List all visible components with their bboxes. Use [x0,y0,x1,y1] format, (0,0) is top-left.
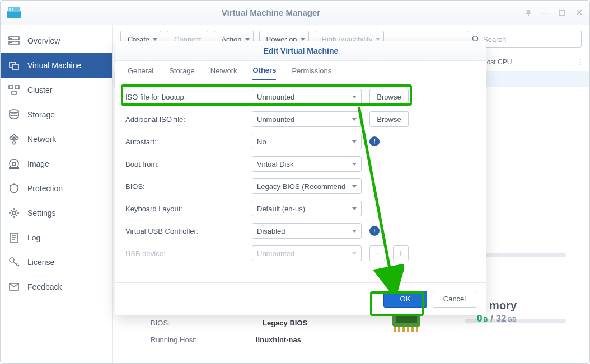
sidebar-item-overview[interactable]: Overview [1,29,112,53]
svg-rect-10 [12,64,18,69]
tab-others[interactable]: Others [252,62,276,80]
tab-permissions[interactable]: Permissions [292,62,331,79]
close-icon[interactable]: ✕ [570,4,587,21]
label-autostart: Autostart: [125,138,244,146]
select-iso-bootup[interactable]: Unmounted [252,89,362,105]
svg-point-20 [10,258,14,262]
column-host-cpu[interactable]: Host CPU [482,58,566,66]
overview-icon [8,35,20,46]
select-usb-device: Unmounted [252,245,362,261]
chevron-down-icon [352,118,357,121]
ok-button[interactable]: OK [383,291,427,308]
info-icon[interactable]: i [369,136,380,146]
detail-panel: BIOS:Legacy BIOS Running Host:linuxhint-… [151,314,307,348]
dialog-tabs: General Storage Network Others Permissio… [115,61,486,81]
sidebar-item-label: Storage [27,110,55,119]
dialog-title: Edit Virtual Machine [115,41,486,61]
maximize-icon[interactable] [554,4,570,21]
label-iso-additional: Additional ISO file: [125,115,244,124]
log-icon [8,232,20,243]
label-boot-from: Boot from: [125,160,244,168]
svg-point-14 [10,110,18,113]
cluster-icon [8,84,20,96]
detail-host-label: Running Host: [151,335,212,344]
sidebar: Overview Virtual Machine Cluster Storage… [1,25,113,363]
sidebar-item-settings[interactable]: Settings [1,201,112,225]
info-icon[interactable]: i [369,226,380,236]
chevron-down-icon [352,252,357,255]
select-boot-from[interactable]: Virtual Disk [252,156,362,172]
sidebar-item-storage[interactable]: Storage [1,102,112,127]
select-iso-additional[interactable]: Unmounted [252,111,362,127]
select-usb-controller[interactable]: Disabled [252,223,362,239]
sidebar-item-label: Cluster [27,86,52,94]
svg-rect-29 [411,327,414,332]
browse-iso-bootup[interactable]: Browse [369,89,409,105]
sidebar-item-virtual-machine[interactable]: Virtual Machine [1,53,112,78]
svg-rect-27 [402,327,405,332]
svg-rect-4 [559,10,565,16]
chevron-down-icon [352,207,357,210]
detail-bios-label: BIOS: [151,319,212,327]
titlebar: Virtual Machine Manager — ✕ [1,1,589,25]
image-icon [8,158,20,169]
storage-icon [8,109,20,120]
caret-icon [376,38,380,41]
chevron-down-icon [352,230,357,233]
chevron-down-icon [352,185,357,188]
app-window: Virtual Machine Manager — ✕ Overview Vir… [0,0,590,364]
sidebar-item-label: Image [27,159,49,168]
svg-rect-2 [9,8,11,11]
label-usb-device: USB device: [125,249,244,258]
svg-rect-3 [12,8,13,11]
sidebar-item-license[interactable]: License [1,250,112,275]
browse-iso-additional[interactable]: Browse [369,111,409,127]
caret-icon [153,38,157,41]
svg-rect-7 [10,38,12,39]
svg-rect-17 [9,167,19,169]
sidebar-item-label: Settings [27,209,56,218]
chevron-down-icon [352,96,357,98]
memory-partial-label: mory [489,299,517,312]
svg-point-16 [12,162,16,166]
dialog-form: ISO file for bootup: Unmounted Browse Ad… [115,81,486,282]
svg-rect-28 [407,327,409,332]
caret-icon [301,38,305,41]
envelope-icon [8,281,20,292]
select-autostart[interactable]: No [252,134,362,149]
network-icon [8,134,20,145]
sidebar-item-label: Feedback [27,282,62,291]
select-bios[interactable]: Legacy BIOS (Recommended) [252,178,362,194]
svg-rect-25 [394,327,396,332]
plus-button: + [393,245,409,261]
tab-general[interactable]: General [128,62,153,79]
dialog-footer: OK Cancel [115,282,486,315]
column-menu-icon[interactable]: ⋮ [577,58,584,66]
cell-host-cpu: - [492,75,576,83]
sidebar-item-image[interactable]: Image [1,152,112,176]
tab-network[interactable]: Network [210,62,237,79]
tab-storage[interactable]: Storage [169,62,195,79]
search-placeholder: Search [483,35,506,44]
gear-icon [8,207,20,219]
cancel-button[interactable]: Cancel [433,291,476,308]
sidebar-item-cluster[interactable]: Cluster [1,78,112,102]
chevron-down-icon [352,140,357,143]
minus-button: − [369,245,385,261]
minimize-icon[interactable]: — [537,4,554,21]
app-icon [6,7,22,19]
sidebar-item-label: Protection [27,184,63,193]
sidebar-item-label: Overview [27,36,60,45]
svg-rect-12 [15,86,19,89]
sidebar-item-network[interactable]: Network [1,127,112,152]
protection-icon [8,183,20,194]
detail-host-value: linuxhint-nas [256,335,301,344]
sidebar-item-log[interactable]: Log [1,225,112,250]
select-keyboard[interactable]: Default (en-us) [252,201,362,216]
sidebar-item-protection[interactable]: Protection [1,176,112,201]
chevron-down-icon [352,163,357,166]
pin-icon[interactable] [520,4,537,21]
edit-vm-dialog: Edit Virtual Machine General Storage Net… [115,41,486,315]
sidebar-item-feedback[interactable]: Feedback [1,275,112,299]
label-usb-controller: Virtual USB Controller: [125,227,244,235]
